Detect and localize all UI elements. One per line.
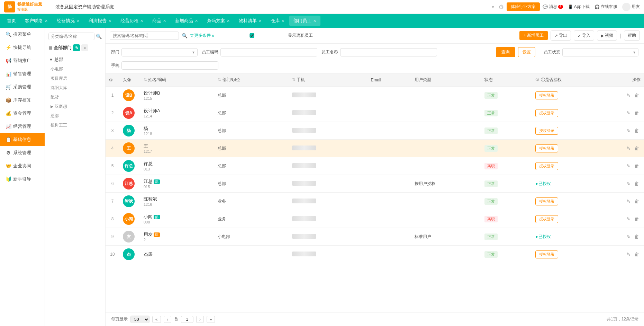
col-dept[interactable]: ⇅ 部门/职位 (214, 73, 288, 87)
col-phone[interactable]: ⇅ 手机 (289, 73, 368, 87)
nav-item-home[interactable]: 首页 (3, 16, 20, 26)
edit-button[interactable]: ✎ (625, 233, 632, 240)
edit-button[interactable]: ✎ (625, 92, 632, 99)
more-conditions-link[interactable]: ▽ 更多条件 ∧ (190, 33, 215, 38)
set-button[interactable]: 设置 (518, 47, 535, 57)
trial-button[interactable]: 体验行业方案 (507, 2, 540, 11)
nav-item-warehouse[interactable]: 仓库 ✕ (266, 16, 289, 26)
sidebar-item-basic[interactable]: 📋 基础信息 (0, 133, 45, 146)
nav-item-bom[interactable]: 物料清单 ✕ (235, 16, 266, 26)
nav-close-history[interactable]: ✕ (140, 19, 143, 23)
dept-search-input[interactable] (48, 33, 94, 40)
cell-ops[interactable]: ✎ 🗑 (616, 228, 644, 246)
dept-node-hq2[interactable]: 总部 (45, 111, 105, 121)
delete-button[interactable]: 🗑 (633, 233, 641, 240)
next-page-btn[interactable]: › (196, 316, 204, 323)
emp-name-input[interactable] (340, 48, 437, 56)
dept-node-planting[interactable]: 植树王三 (45, 121, 105, 130)
sidebar-item-purchase[interactable]: 🛒 采购管理 (0, 80, 45, 94)
edit-button[interactable]: ✎ (625, 215, 632, 222)
cell-auth[interactable]: 授权登录 (532, 210, 616, 228)
nav-item-profit[interactable]: 利润报告 ✕ (84, 16, 116, 26)
view-button[interactable]: ▶ 视频 (597, 30, 617, 41)
col-name[interactable]: ⇅ 姓名/编码 (140, 73, 214, 87)
show-resign-check[interactable] (217, 33, 287, 38)
sys-dropdown-icon[interactable]: ▾ (492, 4, 494, 10)
delete-button[interactable]: 🗑 (633, 127, 641, 134)
nav-item-history[interactable]: 经营历程 ✕ (116, 16, 147, 26)
nav-item-barcode[interactable]: 条码方案 ✕ (203, 16, 234, 26)
cell-ops[interactable]: ✎ 🗑 (616, 175, 644, 193)
nav-close-customers[interactable]: ✕ (45, 19, 48, 23)
sidebar-item-sales[interactable]: 📊 销售管理 (0, 67, 45, 80)
nav-close-bom[interactable]: ✕ (258, 19, 262, 23)
dept-edit-button[interactable]: ✎ (73, 44, 80, 51)
sidebar-item-nav[interactable]: ⚡ 快捷导航 (0, 41, 45, 54)
delete-button[interactable]: 🗑 (633, 109, 641, 116)
auth-btn[interactable]: 授权登录 (535, 250, 558, 258)
status-select[interactable]: ▾ (562, 48, 638, 56)
nav-close-business[interactable]: ✕ (76, 19, 80, 23)
dept-node-shuangting[interactable]: ▶双庭想 (45, 102, 105, 111)
cell-ops[interactable]: ✎ 🗑 (616, 122, 644, 140)
delete-button[interactable]: 🗑 (633, 92, 641, 99)
cell-auth[interactable]: 授权登录 (532, 140, 616, 157)
cell-auth[interactable]: 授权登录 (532, 122, 616, 140)
cell-ops[interactable]: ✎ 🗑 (616, 157, 644, 175)
nav-item-employees[interactable]: 部门员工 ✕ (289, 16, 320, 26)
col-settings[interactable]: ⚙ (106, 73, 119, 87)
cell-auth[interactable]: 授权登录 (532, 193, 616, 210)
sidebar-item-guide[interactable]: 🔰 新手引导 (0, 173, 45, 186)
dept-node-headquarters[interactable]: ▼总部 (45, 55, 105, 64)
sidebar-item-inventory[interactable]: 📦 库存核算 (0, 94, 45, 107)
phone-input[interactable] (121, 61, 218, 70)
delete-button[interactable]: 🗑 (633, 251, 641, 258)
cell-auth[interactable]: 授权登录 (532, 246, 616, 263)
app-download-btn[interactable]: 📱 App下载 (568, 4, 590, 10)
sidebar-item-collab[interactable]: 🤝 企业协同 (0, 159, 45, 173)
edit-button[interactable]: ✎ (625, 180, 632, 187)
auth-btn[interactable]: 授权登录 (535, 144, 558, 152)
prev-page-btn[interactable]: ‹ (164, 316, 171, 323)
edit-button[interactable]: ✎ (625, 127, 632, 134)
show-resign-checkbox[interactable]: 显示离职员工 (217, 33, 313, 38)
export-button[interactable]: ↗ 导出 (551, 30, 571, 41)
cell-auth[interactable]: ●已授权 (532, 228, 616, 246)
last-page-btn[interactable]: » (207, 316, 215, 323)
help-button[interactable]: 帮助 (624, 30, 640, 41)
edit-button[interactable]: ✎ (625, 251, 632, 258)
nav-item-goods[interactable]: 商品 ✕ (148, 16, 170, 26)
cell-ops[interactable]: ✎ 🗑 (616, 193, 644, 210)
dept-collapse-button[interactable]: « (81, 44, 88, 51)
message-btn[interactable]: 💬 消息 6 (543, 4, 563, 10)
auth-btn[interactable]: 授权登录 (535, 162, 558, 170)
edit-button[interactable]: ✎ (625, 145, 632, 152)
page-size-select[interactable]: 50 100 200 (130, 316, 149, 323)
nav-item-new-goods[interactable]: 新增商品 ✕ (171, 16, 202, 26)
sidebar-item-search[interactable]: 🔍 搜索菜单 (0, 28, 45, 41)
query-button[interactable]: 查询 (496, 47, 515, 57)
sidebar-item-finance[interactable]: 💰 资金管理 (0, 107, 45, 120)
import-button[interactable]: ↙ 导入 (574, 30, 594, 41)
sidebar-item-system[interactable]: ⚙ 系统管理 (0, 146, 45, 159)
first-page-btn[interactable]: « (152, 316, 161, 323)
search-input[interactable] (110, 32, 179, 40)
cell-ops[interactable]: ✎ 🗑 (616, 140, 644, 157)
delete-button[interactable]: 🗑 (633, 145, 641, 152)
settings-icon[interactable]: ⚙ (498, 3, 504, 11)
nav-close-goods[interactable]: ✕ (163, 19, 166, 23)
nav-item-business[interactable]: 经营情况 ✕ (53, 16, 84, 26)
online-service-btn[interactable]: 🎧 在线客服 (595, 4, 617, 10)
cell-auth[interactable]: 授权登录 (532, 104, 616, 122)
nav-close-warehouse[interactable]: ✕ (281, 19, 284, 23)
user-avatar-area[interactable]: 用友 (622, 3, 640, 11)
edit-button[interactable]: ✎ (625, 109, 632, 116)
search-button[interactable]: 🔍 (182, 33, 188, 38)
edit-button[interactable]: ✎ (625, 162, 632, 169)
cell-ops[interactable]: ✎ 🗑 (616, 210, 644, 228)
cell-auth[interactable]: 授权登录 (532, 87, 616, 104)
auth-btn[interactable]: 授权登录 (535, 215, 558, 223)
cell-ops[interactable]: ✎ 🗑 (616, 246, 644, 263)
auth-btn[interactable]: 授权登录 (535, 127, 558, 135)
nav-close-employees[interactable]: ✕ (313, 19, 316, 23)
